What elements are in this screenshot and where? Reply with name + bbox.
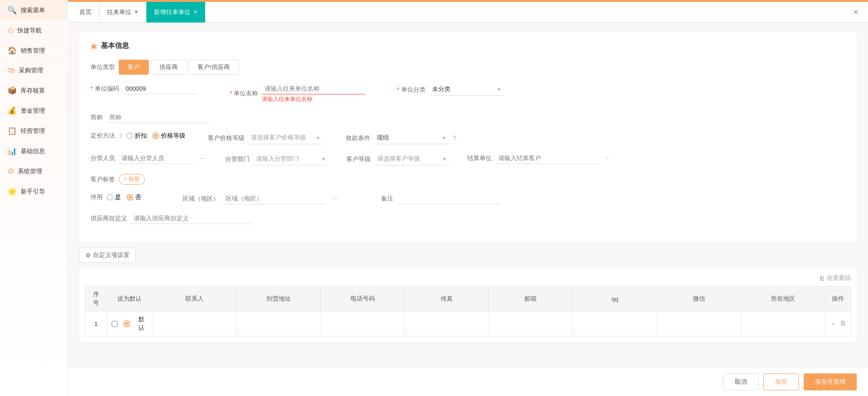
cell-action: ＋ 🗑 bbox=[825, 311, 851, 336]
address-input[interactable] bbox=[242, 320, 316, 327]
cancel-button[interactable]: 取消 bbox=[723, 373, 759, 390]
operations-icon: 📋 bbox=[8, 126, 17, 135]
tab-new-contact-close[interactable]: ✕ bbox=[193, 9, 198, 15]
tab-new-contact[interactable]: 新增往来单位 ✕ bbox=[146, 2, 206, 23]
purchase-icon: 🛍 bbox=[8, 66, 15, 75]
btn-both[interactable]: 客户/供应商 bbox=[189, 60, 239, 75]
section-icon: ▣ bbox=[91, 42, 97, 50]
pricing-discount-label: 折扣 bbox=[135, 132, 147, 140]
unit-name-container: 请输入往来单位名称 bbox=[262, 83, 365, 103]
code-name-category-row: 单位编码 000009 单位名称 请输入往来单位名称 单位分类 未分类 ▼ bbox=[91, 83, 845, 103]
contact-input[interactable] bbox=[157, 320, 231, 327]
sidebar-item-finance[interactable]: 💰 资金管理 bbox=[0, 101, 68, 121]
payment-terms-chevron-icon: ▼ bbox=[442, 135, 446, 140]
unit-code-input[interactable]: 000009 bbox=[123, 83, 198, 94]
sidebar-item-sales[interactable]: 🏠 销售管理 bbox=[0, 40, 68, 61]
region-table-input[interactable] bbox=[746, 320, 820, 327]
settlement-input[interactable] bbox=[495, 153, 599, 164]
sidebar-item-inventory[interactable]: 📦 库存核算 bbox=[0, 80, 68, 101]
save-and-new-button[interactable]: 保存并新增 bbox=[804, 373, 857, 390]
disabled-radio-group: 是 否 bbox=[107, 193, 141, 202]
cell-wechat[interactable] bbox=[657, 311, 741, 336]
disabled-no-radio bbox=[127, 194, 133, 201]
fax-input[interactable] bbox=[410, 320, 484, 327]
pricing-row: 定价方法 ? 折扣 价格等级 客户价格等级 bbox=[91, 132, 845, 144]
sidebar-item-label: 基础信息 bbox=[21, 147, 45, 155]
settlement-more-icon[interactable]: ··· bbox=[602, 154, 612, 163]
batch-delete-button[interactable]: 🗑 批量删除 bbox=[819, 274, 851, 282]
manager-more-icon[interactable]: ··· bbox=[198, 154, 207, 163]
disabled-yes-option[interactable]: 是 bbox=[107, 193, 121, 202]
tab-contacts-close[interactable]: ✕ bbox=[134, 9, 138, 15]
tag-label: 客户标签 bbox=[91, 175, 115, 184]
short-name-input[interactable] bbox=[107, 112, 210, 123]
region-more-icon[interactable]: ··· bbox=[330, 194, 340, 203]
sidebar-item-search[interactable]: 🔍 搜索菜单 bbox=[0, 0, 68, 20]
cell-address[interactable] bbox=[236, 311, 320, 336]
disabled-no-option[interactable]: 否 bbox=[127, 193, 141, 202]
custom-settings-label: 自定义项设置 bbox=[93, 251, 129, 259]
cell-qq[interactable] bbox=[573, 311, 657, 336]
add-tag-button[interactable]: + 标签 bbox=[119, 174, 145, 185]
cell-phone[interactable] bbox=[320, 311, 404, 336]
customer-price-select[interactable]: 请选择客户价格等级 ▼ bbox=[248, 132, 323, 144]
sidebar-item-system[interactable]: ⚙ 系统管理 bbox=[0, 161, 68, 181]
customer-price-value: 请选择客户价格等级 bbox=[251, 133, 314, 142]
payment-terms-select[interactable]: 现结 ▼ bbox=[374, 132, 449, 144]
email-input[interactable] bbox=[494, 320, 568, 327]
btn-customer[interactable]: 客户 bbox=[119, 60, 149, 75]
wechat-input[interactable] bbox=[662, 320, 736, 327]
cell-email[interactable] bbox=[489, 311, 573, 336]
manager-input[interactable] bbox=[119, 153, 194, 164]
region-input[interactable] bbox=[223, 193, 326, 204]
sidebar-item-newbie[interactable]: 🌟 新手引导 bbox=[0, 181, 68, 202]
sidebar-item-basics[interactable]: 📊 基础信息 bbox=[0, 141, 68, 161]
remarks-input[interactable] bbox=[397, 193, 500, 204]
manager-row: 分管人员 ··· 分管部门 请输入分管部门 ▼ 客户等级 请选择客户等级 ▼ bbox=[91, 153, 845, 165]
sidebar-item-label: 新手引导 bbox=[21, 187, 45, 196]
col-fax: 传真 bbox=[404, 287, 488, 311]
manager-group: 分管人员 ··· bbox=[91, 153, 207, 164]
btn-supplier[interactable]: 供应商 bbox=[151, 60, 187, 75]
pricing-discount-option[interactable]: 折扣 bbox=[126, 132, 147, 140]
col-contact: 联系人 bbox=[152, 287, 236, 311]
delete-row-icon[interactable]: 🗑 bbox=[840, 319, 846, 328]
department-chevron-icon: ▼ bbox=[321, 156, 326, 162]
pricing-level-option[interactable]: 价格等级 bbox=[152, 132, 185, 140]
cell-region[interactable] bbox=[741, 311, 825, 336]
custom-settings-button[interactable]: ⚙ 自定义项设置 bbox=[79, 248, 136, 263]
unit-name-input[interactable] bbox=[262, 83, 365, 94]
disabled-no-label: 否 bbox=[135, 193, 141, 202]
table-row: 1 默认 bbox=[85, 311, 851, 336]
sidebar-item-operations[interactable]: 📋 经营管理 bbox=[0, 121, 68, 141]
qq-input[interactable] bbox=[578, 320, 652, 327]
default-radio[interactable] bbox=[123, 320, 130, 327]
newbie-icon: 🌟 bbox=[8, 187, 17, 196]
pricing-help-icon[interactable]: ? bbox=[119, 132, 122, 140]
disabled-label: 停用 bbox=[91, 193, 103, 202]
col-wechat: 微信 bbox=[657, 287, 741, 311]
short-name-row: 简称 bbox=[91, 112, 845, 123]
cell-default[interactable]: 默认 bbox=[107, 311, 152, 336]
customer-price-label: 客户价格等级 bbox=[208, 134, 244, 142]
sidebar-item-purchase[interactable]: 🛍 采购管理 bbox=[0, 61, 68, 80]
finance-icon: 💰 bbox=[8, 106, 17, 115]
cell-contact[interactable] bbox=[152, 311, 236, 336]
payment-help-icon[interactable]: ? bbox=[453, 134, 457, 142]
sidebar-item-quick-nav[interactable]: ⊙ 快捷导航 bbox=[0, 20, 68, 40]
default-label: 默认 bbox=[136, 315, 147, 332]
unit-category-select[interactable]: 未分类 ▼ bbox=[429, 83, 504, 96]
close-all-tabs[interactable]: ✕ bbox=[847, 8, 864, 16]
tab-contacts[interactable]: 往来单位 ✕ bbox=[99, 2, 146, 23]
department-select[interactable]: 请输入分管部门 ▼ bbox=[253, 153, 328, 165]
supplier-custom-input[interactable] bbox=[131, 213, 253, 224]
unit-category-group: 单位分类 未分类 ▼ bbox=[397, 83, 504, 96]
phone-input[interactable] bbox=[326, 320, 400, 327]
tab-home[interactable]: 首页 bbox=[72, 2, 99, 23]
customer-level-select[interactable]: 请选择客户等级 ▼ bbox=[374, 153, 449, 165]
add-row-icon[interactable]: ＋ bbox=[830, 319, 836, 328]
save-button[interactable]: 保存 bbox=[763, 373, 799, 390]
default-checkbox[interactable] bbox=[112, 321, 118, 327]
table-body: 1 默认 bbox=[85, 311, 851, 336]
cell-fax[interactable] bbox=[404, 311, 488, 336]
